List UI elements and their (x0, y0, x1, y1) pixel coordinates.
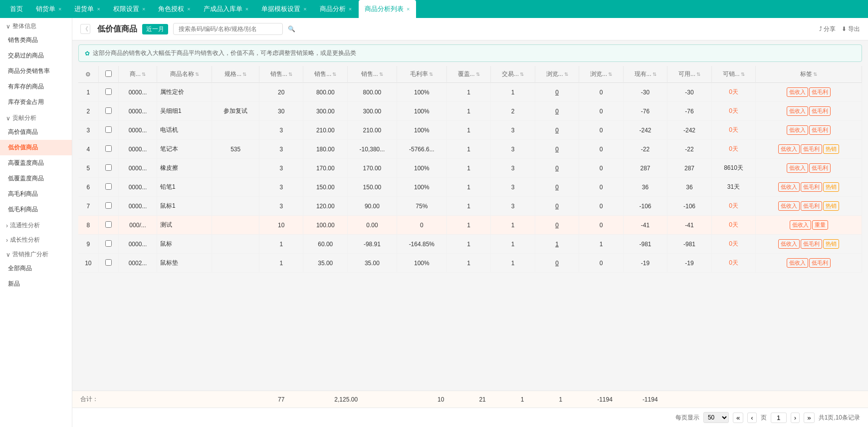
sidebar-item-low-value[interactable]: 低价值商品 (0, 140, 72, 155)
browse-link[interactable]: 0 (555, 165, 559, 172)
nav-template[interactable]: 单据模板设置 × (255, 0, 312, 18)
nav-role[interactable]: 角色授权 × (152, 0, 196, 18)
browse-link[interactable]: 0 (555, 203, 559, 210)
row-browse1[interactable]: 0 (535, 178, 579, 197)
first-page-button[interactable]: « (733, 413, 743, 423)
row-select-checkbox[interactable] (105, 221, 112, 228)
nav-sales-close[interactable]: × (58, 6, 61, 12)
select-all-checkbox[interactable] (105, 70, 112, 77)
th-trade[interactable]: 交易...⇅ (491, 66, 535, 83)
th-browse2[interactable]: 浏览...⇅ (579, 66, 624, 83)
nav-permission[interactable]: 权限设置 × (107, 0, 151, 18)
row-select-checkbox[interactable] (105, 240, 112, 247)
th-checkbox[interactable] (98, 66, 118, 83)
row-select-checkbox[interactable] (105, 259, 112, 266)
share-button[interactable]: ⤴ 分享 (819, 25, 836, 33)
sidebar-item-low-margin[interactable]: 低毛利商品 (0, 202, 72, 217)
sidebar-item-high-value[interactable]: 高价值商品 (0, 124, 72, 140)
th-settings[interactable]: ⚙ (78, 66, 98, 83)
sidebar-item-traded-goods[interactable]: 交易过的商品 (0, 48, 72, 63)
sidebar-group-contribution[interactable]: ∨ 贡献分析 (0, 110, 72, 124)
sidebar-item-sales-goods[interactable]: 销售类商品 (0, 32, 72, 48)
search-icon[interactable]: 🔍 (288, 25, 295, 32)
sidebar-item-all-goods[interactable]: 全部商品 (0, 261, 72, 276)
row-browse1[interactable]: 0 (535, 140, 579, 159)
row-checkbox[interactable] (98, 235, 118, 254)
browse-link[interactable]: 0 (555, 260, 559, 267)
sidebar-item-stock-goods[interactable]: 有库存的商品 (0, 79, 72, 94)
nav-permission-close[interactable]: × (142, 6, 145, 12)
search-input[interactable] (173, 23, 283, 35)
th-tag[interactable]: 标签⇅ (756, 66, 862, 83)
row-select-checkbox[interactable] (105, 202, 112, 209)
page-number-input[interactable] (771, 413, 787, 423)
browse-link[interactable]: 0 (555, 108, 559, 115)
nav-purchase-close[interactable]: × (97, 6, 100, 12)
row-checkbox[interactable] (98, 197, 118, 216)
th-sales-cost[interactable]: 销售...⇅ (347, 66, 397, 83)
row-checkbox[interactable] (98, 159, 118, 178)
th-code[interactable]: 商...⇅ (118, 66, 157, 83)
sidebar-group-growth[interactable]: › 成长性分析 (0, 232, 72, 246)
row-select-checkbox[interactable] (105, 145, 112, 152)
sidebar-group-marketing[interactable]: ∨ 营销推广分析 (0, 246, 72, 261)
th-browse1[interactable]: 浏览...⇅ (535, 66, 579, 83)
nav-template-close[interactable]: × (303, 6, 306, 12)
row-browse1[interactable]: 0 (535, 83, 579, 102)
row-select-checkbox[interactable] (105, 107, 112, 114)
browse-link[interactable]: 0 (555, 89, 559, 96)
nav-product-stock[interactable]: 产成品入库单 × (198, 0, 254, 18)
row-browse1[interactable]: 0 (535, 102, 579, 121)
row-browse1[interactable]: 0 (535, 197, 579, 216)
row-checkbox[interactable] (98, 121, 118, 140)
row-browse1[interactable]: 0 (535, 216, 579, 235)
nav-home[interactable]: 首页 (4, 0, 29, 18)
sidebar-item-high-coverage[interactable]: 高覆盖度商品 (0, 155, 72, 171)
row-select-checkbox[interactable] (105, 183, 112, 190)
sidebar-group-liquidity[interactable]: › 流通性分析 (0, 217, 72, 232)
settings-icon[interactable]: ⚙ (85, 71, 91, 78)
row-browse1[interactable]: 0 (535, 254, 579, 273)
th-name[interactable]: 商品名称⇅ (157, 66, 212, 83)
browse-link[interactable]: 0 (555, 127, 559, 134)
sidebar-item-category-rate[interactable]: 商品分类销售率 (0, 63, 72, 79)
date-tag[interactable]: 近一月 (142, 24, 168, 34)
nav-goods-analysis[interactable]: 商品分析 × (314, 0, 358, 18)
row-browse1[interactable]: 0 (535, 159, 579, 178)
nav-purchase[interactable]: 进货单 × (68, 0, 106, 18)
row-select-checkbox[interactable] (105, 164, 112, 171)
row-checkbox[interactable] (98, 83, 118, 102)
row-checkbox[interactable] (98, 254, 118, 273)
nav-sales[interactable]: 销货单 × (30, 0, 67, 18)
th-sales-qty[interactable]: 销售...⇅ (259, 66, 303, 83)
th-available[interactable]: 可用...⇅ (667, 66, 712, 83)
sidebar-item-stock-capital[interactable]: 库存资金占用 (0, 94, 72, 110)
sidebar-item-low-coverage[interactable]: 低覆盖度商品 (0, 171, 72, 186)
browse-link[interactable]: 0 (555, 184, 559, 191)
th-sales-amount[interactable]: 销售...⇅ (303, 66, 348, 83)
nav-role-close[interactable]: × (187, 6, 190, 12)
last-page-button[interactable]: » (804, 413, 814, 423)
per-page-select[interactable]: 50 100 200 (703, 412, 729, 423)
nav-product-stock-close[interactable]: × (245, 6, 248, 12)
row-browse1[interactable]: 1 (535, 235, 579, 254)
export-button[interactable]: ⬇ 导出 (842, 25, 860, 33)
next-page-button[interactable]: › (791, 413, 800, 423)
nav-goods-analysis-close[interactable]: × (349, 6, 352, 12)
th-sellable[interactable]: 可销...⇅ (711, 66, 756, 83)
browse-link[interactable]: 0 (555, 222, 559, 229)
sidebar-collapse-button[interactable]: 《 (80, 24, 90, 34)
nav-goods-list-close[interactable]: × (407, 6, 410, 12)
sidebar-item-high-margin[interactable]: 高毛利商品 (0, 186, 72, 202)
th-margin-rate[interactable]: 毛利率⇅ (397, 66, 446, 83)
row-select-checkbox[interactable] (105, 126, 112, 133)
th-cover[interactable]: 覆盖...⇅ (446, 66, 491, 83)
sidebar-group-overall[interactable]: ∨ 整体信息 (0, 18, 72, 32)
browse-link[interactable]: 1 (555, 241, 559, 248)
nav-goods-list[interactable]: 商品分析列表 × (359, 0, 416, 18)
sidebar-item-new-goods[interactable]: 新品 (0, 276, 72, 292)
row-checkbox[interactable] (98, 216, 118, 235)
row-checkbox[interactable] (98, 102, 118, 121)
row-browse1[interactable]: 0 (535, 121, 579, 140)
th-spec[interactable]: 规格...⇅ (212, 66, 259, 83)
